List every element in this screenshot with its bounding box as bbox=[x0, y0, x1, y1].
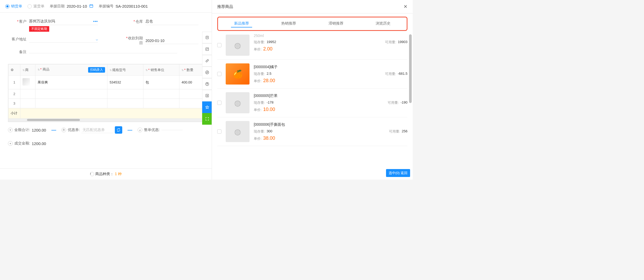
address-input[interactable]: ⌵ bbox=[29, 36, 98, 43]
table-header-row: ⚙ ⇅商 ⇅* 商品扫码录入 ⇅规格型号 ⇅* 销售单位 ⇅* 数量 bbox=[8, 64, 203, 76]
tool-exchange[interactable] bbox=[202, 67, 212, 78]
stock-label: 现存量: bbox=[254, 129, 265, 134]
customer-input[interactable]: 苏州万达沃尔玛 ••• bbox=[29, 18, 98, 25]
tab-browse-history[interactable]: 浏览历史 bbox=[373, 20, 394, 27]
subtotal-row: 小计 bbox=[8, 108, 203, 119]
due-date-value: 2020-01-10 bbox=[146, 39, 165, 43]
product-checkbox[interactable] bbox=[217, 129, 221, 134]
refresh-coupon-button[interactable] bbox=[115, 126, 122, 134]
avail-value: 19903 bbox=[398, 40, 407, 45]
product-name: [0000006]手撕面包 bbox=[254, 122, 407, 127]
deal-value: 1200.00 bbox=[32, 141, 46, 146]
warehouse-label: *仓库 bbox=[124, 19, 143, 24]
tool-expand[interactable] bbox=[202, 113, 212, 125]
row-index: 2 bbox=[8, 89, 20, 99]
price-value: 28.00 bbox=[263, 78, 275, 83]
tab-return-order[interactable]: 退货单 bbox=[28, 4, 44, 9]
discount-input[interactable] bbox=[161, 130, 183, 130]
doc-date-label: 单据日期 bbox=[50, 4, 65, 9]
product-name: [0000005]芒果 bbox=[254, 94, 407, 98]
minus-icon: — bbox=[128, 127, 132, 133]
product-name: 250ml bbox=[254, 34, 407, 38]
tab-sales-order[interactable]: 销货单 bbox=[5, 4, 22, 9]
product-checkbox[interactable] bbox=[217, 43, 221, 47]
product-checkbox[interactable] bbox=[217, 101, 221, 105]
coupon-field: 券 优惠券: 无匹配优惠券 bbox=[61, 126, 122, 134]
col-product[interactable]: ⇅* 商品扫码录入 bbox=[35, 64, 107, 76]
product-list[interactable]: ◍ 250ml 现存量:19952 可用量:19903 单价:2.00 🍊 [0… bbox=[212, 31, 413, 180]
row-product[interactable]: 果倍爽 bbox=[35, 76, 107, 89]
amount-value: 1200.00 bbox=[32, 128, 46, 132]
due-date-input[interactable]: 2020-01-10 bbox=[146, 38, 198, 44]
tab-hot-recommend[interactable]: 热销推荐 bbox=[278, 20, 299, 27]
tab-return-label: 退货单 bbox=[33, 4, 44, 9]
product-image-placeholder: ◍ bbox=[226, 92, 250, 113]
chevron-down-icon[interactable]: ⌵ bbox=[96, 37, 98, 41]
currency-icon: ¥ bbox=[8, 128, 13, 132]
address-label: 客户地址 bbox=[8, 37, 26, 42]
doc-number-field: 单据编号 SA-20200110-001 bbox=[99, 4, 148, 9]
doc-number-label: 单据编号 bbox=[99, 4, 114, 9]
stock-value: 300 bbox=[267, 129, 273, 134]
tool-receive[interactable] bbox=[202, 78, 212, 90]
product-name: [0000004]橘子 bbox=[254, 65, 407, 69]
table-row[interactable]: 3 bbox=[8, 99, 203, 108]
table-row[interactable]: 1 果倍爽 534532 包 400.00 bbox=[8, 76, 203, 89]
col-thumbnail[interactable]: ⇅商 bbox=[20, 64, 35, 76]
order-discount: ⌀ 整单优惠: bbox=[138, 128, 183, 132]
price-value: 2.00 bbox=[263, 46, 273, 52]
info-icon: i bbox=[90, 172, 94, 176]
product-checkbox[interactable] bbox=[217, 72, 221, 76]
kind-value: 1 种 bbox=[115, 172, 122, 176]
row-index: 1 bbox=[8, 76, 20, 89]
tab-new-recommend[interactable]: 新品推荐 bbox=[231, 20, 252, 27]
tab-slow-recommend[interactable]: 滞销推荐 bbox=[325, 20, 347, 27]
avail-value: -190 bbox=[401, 100, 407, 105]
col-spec[interactable]: ⇅规格型号 bbox=[107, 64, 143, 76]
scroll-thumb[interactable] bbox=[27, 119, 80, 121]
avail-label: 可用量: bbox=[388, 100, 399, 105]
product-item: ◍ 250ml 现存量:19952 可用量:19903 单价:2.00 bbox=[217, 31, 407, 60]
warehouse-input[interactable]: 总仓 bbox=[146, 18, 198, 25]
gear-column[interactable]: ⚙ bbox=[8, 64, 20, 76]
close-icon[interactable]: ✕ bbox=[403, 4, 407, 10]
calendar-icon[interactable] bbox=[89, 4, 93, 9]
product-item: ◍ [0000005]芒果 现存量:-178 可用量:-190 单价:10.00 bbox=[217, 88, 407, 117]
remark-label: 备注 bbox=[8, 50, 26, 54]
vertical-scrollbar[interactable] bbox=[409, 34, 412, 103]
scan-input-button[interactable]: 扫码录入 bbox=[88, 67, 105, 73]
doc-number-value: SA-20200110-001 bbox=[116, 4, 148, 8]
amount-label: 金额合计: bbox=[14, 128, 30, 132]
recommend-tabs: 新品推荐 热销推荐 滞销推荐 浏览历史 bbox=[217, 17, 407, 31]
col-qty[interactable]: ⇅* 数量 bbox=[179, 64, 203, 76]
tool-chart[interactable] bbox=[202, 43, 212, 55]
price-label: 单价: bbox=[254, 79, 262, 83]
due-date-label: *收款到期日 bbox=[124, 36, 143, 45]
stock-value: -178 bbox=[267, 100, 274, 105]
avail-value: 256 bbox=[402, 129, 407, 134]
items-table: ⚙ ⇅商 ⇅* 商品扫码录入 ⇅规格型号 ⇅* 销售单位 ⇅* 数量 1 果倍爽… bbox=[8, 64, 204, 122]
table-row[interactable]: 2 bbox=[8, 89, 203, 99]
selected-return-button[interactable]: 选中(0) 返回 bbox=[386, 169, 410, 177]
horizontal-scrollbar[interactable] bbox=[8, 119, 203, 122]
more-icon[interactable]: ••• bbox=[93, 19, 98, 24]
order-tabs-bar: 销货单 退货单 单据日期 2020-01-10 单据编号 SA-20200110… bbox=[0, 0, 212, 13]
row-spec[interactable]: 534532 bbox=[107, 76, 143, 89]
kind-label: 商品种类： bbox=[95, 172, 114, 176]
row-unit[interactable]: 包 bbox=[143, 76, 179, 89]
remark-input[interactable] bbox=[29, 51, 177, 53]
tool-currency[interactable] bbox=[202, 90, 212, 101]
gear-icon: ⚙ bbox=[11, 68, 14, 72]
tool-favorite[interactable] bbox=[202, 101, 212, 113]
col-unit[interactable]: ⇅* 销售单位 bbox=[143, 64, 179, 76]
deal-icon: ✦ bbox=[8, 141, 13, 146]
tab-sales-label: 销货单 bbox=[11, 4, 22, 9]
row-qty[interactable]: 400.00 bbox=[179, 76, 203, 89]
coupon-input[interactable]: 无匹配优惠券 bbox=[81, 127, 113, 133]
stock-label: 现存量: bbox=[254, 100, 265, 105]
customer-label: *客户 bbox=[8, 19, 26, 24]
tool-link[interactable] bbox=[202, 55, 212, 67]
doc-date-value[interactable]: 2020-01-10 bbox=[67, 4, 87, 8]
footer-info: i 商品种类： 1 种 bbox=[0, 168, 212, 180]
tool-notes[interactable] bbox=[202, 32, 212, 43]
